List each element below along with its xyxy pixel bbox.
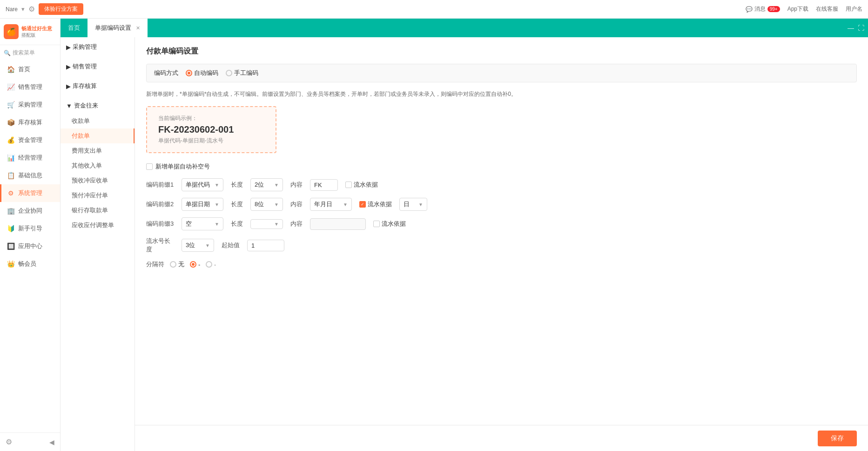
auto-radio-dot (186, 70, 192, 76)
group-inventory-arrow: ▶ (66, 83, 71, 90)
tab-home[interactable]: 首页 (61, 19, 87, 37)
sidebar-item-inventory[interactable]: 📦 库存核算 (0, 114, 60, 131)
bottom-bar: 保存 (135, 425, 868, 451)
tab-bar-right: — ⛶ (848, 19, 868, 37)
top-header: Nare ▾ ⚙ 体验行业方案 💬 消息 99+ App下载 在线客服 用户名 (0, 0, 868, 19)
close-tab-icon[interactable]: ✕ (136, 25, 140, 31)
manual-radio-dot (226, 70, 232, 76)
experience-button[interactable]: 体验行业方案 (39, 3, 83, 15)
prefix2-content-arrow: ▼ (343, 202, 348, 207)
message-icon: 💬 (746, 6, 753, 13)
prefix3-content-label: 内容 (290, 220, 303, 228)
prefix1-serial-checkbox[interactable] (345, 182, 352, 188)
content-wrapper: ▶ 采购管理 ▶ 销售管理 ▶ 库存核算 (61, 37, 868, 451)
manual-encoding-radio[interactable]: 手工编码 (226, 69, 258, 77)
auto-fill-checkbox[interactable] (146, 163, 153, 170)
prefix3-content-input[interactable] (310, 218, 366, 230)
group-purchase: ▶ 采购管理 (61, 37, 135, 57)
sidebar-item-home[interactable]: 🏠 首页 (0, 61, 60, 78)
encoding-label: 编码方式 (154, 69, 178, 77)
sep-none-radio[interactable]: 无 (170, 260, 184, 269)
inventory-icon: 📦 (7, 119, 14, 126)
group-inventory: ▶ 库存核算 (61, 76, 135, 96)
sidebar-item-appcenter[interactable]: 🔲 应用中心 (0, 237, 60, 255)
sidebar-item-finance[interactable]: 💰 资金管理 (0, 131, 60, 149)
sidebar-header: 🍊 畅通过好生意 搭配版 (0, 19, 60, 45)
sep-dot-radio[interactable]: · (206, 261, 216, 268)
message-badge[interactable]: 💬 消息 99+ (746, 5, 780, 13)
serial-length-arrow: ▼ (205, 243, 210, 248)
sidebar-item-ar-ap[interactable]: 应收应付调整单 (61, 218, 135, 233)
prefix3-length-label: 长度 (231, 220, 243, 228)
save-button[interactable]: 保存 (818, 431, 857, 446)
group-purchase-title[interactable]: ▶ 采购管理 (61, 39, 135, 55)
auto-fill-label: 新增单据自动补空号 (155, 162, 210, 171)
sidebar-item-basicinfo[interactable]: 📋 基础信息 (0, 167, 60, 184)
sidebar-item-purchase[interactable]: 🛒 采购管理 (0, 96, 60, 114)
settings-icon[interactable]: ⚙ (28, 5, 35, 13)
prefix3-serial-checkbox[interactable] (373, 221, 380, 227)
tab-bar: 首页 单据编码设置 ✕ — ⛶ (61, 19, 868, 37)
sidebar-item-member[interactable]: 👑 畅会员 (0, 255, 60, 273)
search-menu[interactable]: 🔍 搜索菜单 (0, 45, 60, 61)
brand-name: 畅通过好生意 搭配版 (21, 25, 52, 38)
prefix2-period-select[interactable]: 日 ▼ (399, 198, 427, 211)
footer-settings-icon[interactable]: ⚙ (6, 438, 12, 446)
prefix2-length-arrow: ▼ (274, 202, 279, 207)
prefix3-select[interactable]: 空 ▼ (182, 217, 223, 230)
sidebar-item-operations[interactable]: 📊 经营管理 (0, 149, 60, 167)
sidebar-item-prepay-pay[interactable]: 预付冲应付单 (61, 188, 135, 203)
prefix2-content-select[interactable]: 年月日 ▼ (310, 198, 352, 211)
header-right: 💬 消息 99+ App下载 在线客服 用户名 (746, 5, 862, 13)
group-sales: ▶ 销售管理 (61, 57, 135, 76)
sidebar-item-bank[interactable]: 银行存取款单 (61, 203, 135, 218)
encoding-radio-group: 自动编码 手工编码 (186, 69, 258, 77)
sidebar-item-payment[interactable]: 付款单 (61, 128, 135, 143)
sep-dash-radio[interactable]: - (190, 261, 200, 268)
sidebar-item-enterprise[interactable]: 🏢 企业协同 (0, 202, 60, 220)
prefix3-label: 编码前缀3 (146, 220, 174, 228)
sidebar-item-system[interactable]: ⚙ 系统管理 (0, 184, 60, 202)
system-icon: ⚙ (7, 189, 14, 197)
tab-minimize-icon[interactable]: — (848, 24, 854, 32)
user-name[interactable]: 用户名 (846, 5, 862, 13)
auto-fill-row: 新增单据自动补空号 (146, 162, 857, 171)
app-download-link[interactable]: App下载 (787, 5, 808, 13)
prefix2-row: 编码前缀2 单据日期 ▼ 长度 8位 ▼ 内容 年月日 (146, 198, 857, 211)
footer-collapse-icon[interactable]: ◀ (49, 438, 54, 446)
prefix1-content-input[interactable] (310, 179, 338, 191)
sidebar-item-receipt[interactable]: 收款单 (61, 114, 135, 128)
sidebar-item-expense[interactable]: 费用支出单 (61, 143, 135, 158)
serial-start-label: 起始值 (222, 241, 240, 249)
serial-start-input[interactable] (247, 240, 284, 251)
prefix3-length-select[interactable]: ▼ (250, 219, 283, 229)
prefix1-select-arrow: ▼ (215, 182, 219, 188)
basicinfo-icon: 📋 (7, 172, 14, 179)
prefix2-select-arrow: ▼ (215, 202, 219, 207)
prefix2-period-arrow: ▼ (418, 202, 423, 207)
online-service-link[interactable]: 在线客服 (816, 5, 838, 13)
tab-encoding[interactable]: 单据编码设置 ✕ (87, 19, 148, 37)
sidebar-item-guide[interactable]: 🔰 新手引导 (0, 220, 60, 237)
sidebar-item-prepay-rec[interactable]: 预收冲应收单 (61, 173, 135, 188)
sidebar-item-other-income[interactable]: 其他收入单 (61, 158, 135, 173)
prefix1-content-label: 内容 (290, 181, 303, 189)
group-capital: ▼ 资金往来 收款单 付款单 费用支出单 其他收入单 预收冲应收单 预付冲应付单… (61, 96, 135, 235)
prefix2-serial-checkbox[interactable]: ✓ (359, 201, 366, 208)
prefix1-length-select[interactable]: 2位 ▼ (250, 178, 283, 191)
group-sales-title[interactable]: ▶ 销售管理 (61, 59, 135, 74)
group-inventory-title[interactable]: ▶ 库存核算 (61, 78, 135, 94)
sidebar-item-sales[interactable]: 📈 销售管理 (0, 78, 60, 96)
group-capital-title[interactable]: ▼ 资金往来 (61, 98, 135, 114)
enterprise-icon: 🏢 (7, 207, 14, 215)
prefix2-select[interactable]: 单据日期 ▼ (182, 198, 223, 211)
prefix3-select-arrow: ▼ (215, 222, 219, 227)
prefix2-length-select[interactable]: 8位 ▼ (250, 198, 283, 211)
group-purchase-arrow: ▶ (66, 44, 71, 51)
serial-length-select[interactable]: 3位 ▼ (182, 239, 214, 252)
dropdown-icon[interactable]: ▾ (21, 6, 25, 13)
tab-maximize-icon[interactable]: ⛶ (858, 24, 864, 32)
auto-encoding-radio[interactable]: 自动编码 (186, 69, 218, 77)
prefix1-select[interactable]: 单据代码 ▼ (182, 178, 223, 191)
search-icon: 🔍 (4, 50, 11, 56)
